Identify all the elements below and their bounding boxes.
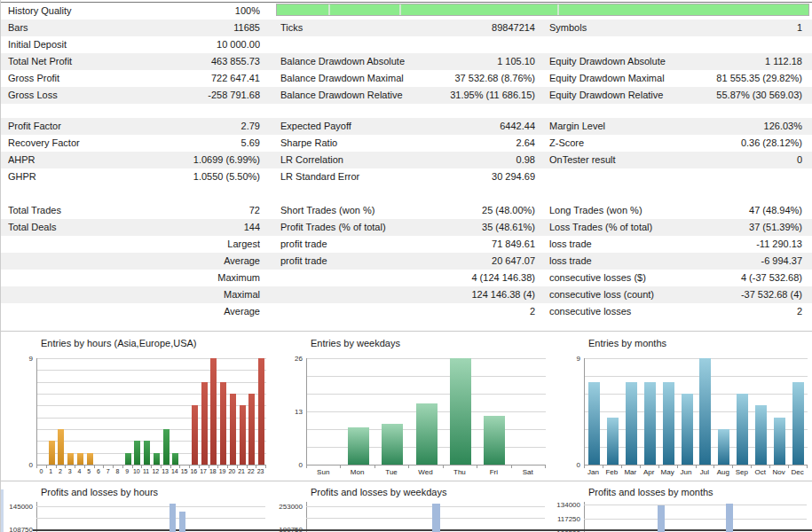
bar bbox=[87, 453, 93, 465]
stats-row: GHPR1.0550 (5.50%)LR Standard Error30 29… bbox=[1, 168, 812, 185]
stat-label: Bars bbox=[8, 20, 159, 36]
stat-value: 126.03% bbox=[696, 118, 802, 135]
gridline bbox=[36, 518, 265, 519]
chart-title: Entries by weekdays bbox=[311, 338, 400, 348]
bar bbox=[755, 405, 767, 465]
profit-bar bbox=[179, 512, 185, 532]
stat-label: consecutive losses bbox=[549, 303, 696, 320]
bar bbox=[210, 358, 217, 465]
stat-label: GHPR bbox=[8, 168, 159, 185]
x-axis-tick bbox=[408, 466, 409, 468]
x-axis-tick bbox=[621, 466, 622, 468]
x-axis-tick bbox=[65, 466, 66, 468]
x-axis-tick bbox=[603, 466, 603, 468]
stat-value: -37 532.68 (4) bbox=[696, 286, 802, 303]
stat-value: 1.0699 (6.99%) bbox=[159, 152, 260, 168]
stat-value: -258 791.68 bbox=[159, 87, 260, 104]
stat-label bbox=[8, 303, 159, 320]
x-axis-tick bbox=[732, 466, 733, 468]
chart-plot-area bbox=[306, 358, 546, 466]
stat-label bbox=[280, 286, 427, 303]
x-axis-tick bbox=[132, 466, 133, 468]
stat-value: 71 849.61 bbox=[427, 236, 535, 253]
stat-value: 2 bbox=[696, 303, 802, 320]
stat-label: OnTester result bbox=[549, 152, 696, 168]
y-axis-tick-label: 0 bbox=[1, 461, 33, 469]
stats-row: Total Net Profit463 855.73Balance Drawdo… bbox=[1, 53, 812, 70]
y-axis-tick-label: 26 bbox=[272, 355, 303, 363]
stat-label: Profit Trades (% of total) bbox=[280, 219, 427, 236]
section-divider-rule bbox=[33, 529, 812, 531]
stat-label bbox=[549, 36, 696, 53]
x-axis-tick bbox=[247, 466, 248, 468]
chart-plot-area bbox=[584, 358, 808, 466]
stat-value: 1.0550 (5.50%) bbox=[159, 168, 260, 185]
stat-gap bbox=[260, 303, 280, 320]
y-axis-tick-label: 9 bbox=[1, 355, 33, 363]
stat-label: Profit Factor bbox=[8, 118, 159, 135]
x-axis-tick bbox=[103, 466, 104, 468]
stats-row: Initial Deposit10 000.00 bbox=[1, 36, 812, 53]
stat-value: 100% bbox=[159, 3, 260, 20]
stat-gap bbox=[535, 53, 549, 70]
stat-label: Margin Level bbox=[549, 118, 696, 135]
y-axis-tick-label: 0 bbox=[542, 461, 580, 469]
chart-entries-by-weekdays: Entries by weekdays01326SunMonTueWedThuF… bbox=[272, 332, 547, 481]
bar bbox=[248, 394, 255, 465]
stat-gap bbox=[535, 202, 549, 219]
stat-value: 30 294.69 bbox=[427, 168, 535, 185]
stat-value: -6 994.37 bbox=[696, 253, 802, 270]
bar bbox=[192, 405, 198, 465]
stat-value: -11 290.13 bbox=[696, 236, 802, 253]
stat-value: 4 (-37 532.68) bbox=[696, 270, 802, 286]
bar bbox=[663, 382, 674, 465]
stat-label: Sharpe Ratio bbox=[280, 135, 427, 152]
bar bbox=[49, 441, 55, 465]
gridline bbox=[307, 358, 546, 359]
x-axis-tick bbox=[713, 466, 714, 468]
y-axis-tick-label: 117250 bbox=[542, 515, 580, 523]
stat-label: Total Trades bbox=[8, 202, 159, 219]
bar bbox=[792, 382, 804, 465]
gridline bbox=[585, 394, 808, 395]
progress-segment-divider bbox=[328, 4, 330, 15]
stat-label: Balance Drawdown Maximal bbox=[280, 70, 427, 87]
chart-plot-area bbox=[36, 358, 266, 466]
stat-label: Total Deals bbox=[8, 219, 159, 236]
stat-value: 35 (48.61%) bbox=[427, 219, 535, 236]
stat-gap bbox=[260, 152, 280, 168]
bar bbox=[644, 382, 656, 465]
x-axis-tick bbox=[306, 466, 307, 468]
x-axis-tick bbox=[640, 466, 641, 468]
stat-gap bbox=[535, 135, 549, 152]
stats-spacer-row bbox=[1, 104, 812, 118]
x-axis-tick bbox=[84, 466, 85, 468]
stat-gap bbox=[535, 286, 549, 303]
stat-gap bbox=[535, 253, 549, 270]
stats-row: Gross Loss-258 791.68Balance Drawdown Re… bbox=[1, 87, 812, 104]
profit-bar bbox=[658, 505, 665, 532]
gridline bbox=[307, 394, 546, 395]
bar bbox=[77, 453, 83, 465]
gridline bbox=[37, 382, 266, 383]
gridline bbox=[585, 376, 808, 377]
stat-gap bbox=[260, 286, 280, 303]
x-axis-tick bbox=[265, 466, 266, 468]
stat-value: 89847214 bbox=[427, 20, 535, 36]
stat-value: 37 (51.39%) bbox=[696, 219, 802, 236]
stat-value: 6442.44 bbox=[427, 118, 535, 135]
chart-entries-by-hours: Entries by hours (Asia,Europe,USA)090123… bbox=[1, 332, 276, 481]
gridline bbox=[36, 506, 265, 507]
bar bbox=[626, 382, 637, 465]
stat-gap bbox=[260, 118, 280, 135]
y-axis-tick-label: 0 bbox=[272, 461, 303, 469]
bar bbox=[144, 441, 150, 465]
bar bbox=[682, 394, 693, 465]
stat-value: 11685 bbox=[159, 20, 260, 36]
stat-value: 5.69 bbox=[159, 135, 260, 152]
chart-entries-by-months: Entries by months09JanFebMarAprMayJunJul… bbox=[542, 332, 812, 481]
stat-gap bbox=[535, 219, 549, 236]
stat-value bbox=[427, 36, 535, 53]
bar bbox=[699, 358, 711, 465]
stats-row: Maximal124 146.38 (4)consecutive loss (c… bbox=[1, 286, 812, 303]
